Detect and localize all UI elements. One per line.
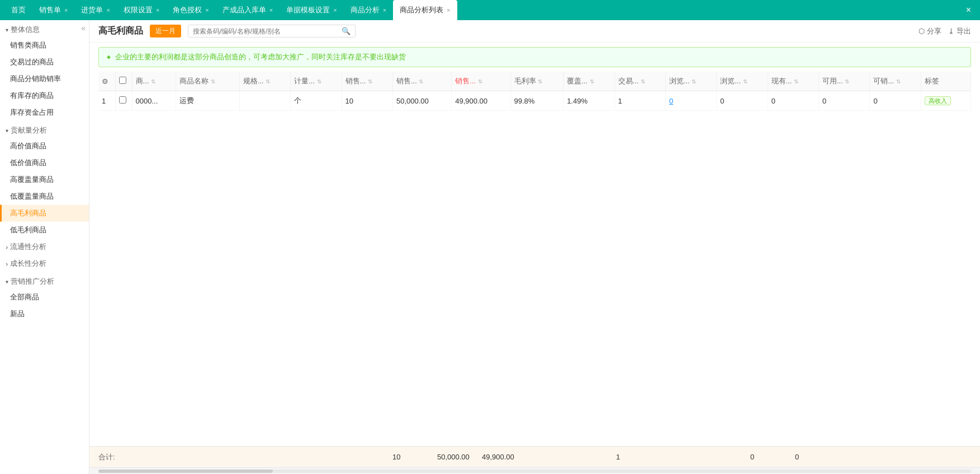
cell-checkbox[interactable] [115, 91, 132, 111]
content-header: 高毛利商品 近一月 🔍 ⬡ 分享 ⤓ 导出 [89, 20, 980, 43]
th-spec[interactable]: 规格... ⇅ [239, 72, 290, 91]
th-available[interactable]: 可用... ⇅ [819, 72, 870, 91]
sidebar-item-traded-products[interactable]: 交易过的商品 [0, 54, 89, 71]
header-actions: ⬡ 分享 ⤓ 导出 [919, 26, 971, 36]
cell-spec [239, 91, 290, 111]
th-checkbox[interactable] [115, 72, 132, 91]
footer-total-row: 合计: 10 50,000.00 49,900.00 1 0 0 [89, 446, 980, 467]
share-icon: ⬡ [919, 27, 925, 35]
cell-current-stock: 0 [768, 91, 818, 111]
sidebar-item-all-products[interactable]: 全部商品 [0, 289, 89, 306]
scrollbar-thumb[interactable] [98, 470, 273, 473]
sidebar-item-in-stock[interactable]: 有库存的商品 [0, 87, 89, 104]
sidebar-item-low-margin[interactable]: 低毛利商品 [0, 222, 89, 238]
close-icon[interactable]: × [333, 7, 337, 13]
close-icon[interactable]: × [156, 7, 159, 13]
sort-icon: ⇅ [538, 78, 542, 85]
close-icon[interactable]: × [383, 7, 386, 13]
sidebar-item-distribution-rate[interactable]: 商品分销助销率 [0, 71, 89, 87]
footer-cell-empty1 [210, 453, 255, 461]
close-icon[interactable]: × [64, 7, 68, 13]
chevron-down-icon: ▾ [6, 279, 8, 285]
th-browse2[interactable]: 浏览... ⇅ [717, 72, 768, 91]
th-saleable[interactable]: 可销... ⇅ [870, 72, 921, 91]
nav-tab-home[interactable]: 首页 [4, 0, 32, 20]
th-unit[interactable]: 计量... ⇅ [291, 72, 342, 91]
cell-tag: 高收入 [921, 91, 970, 111]
footer-cell-sales-amt: 50,000.00 [434, 453, 479, 461]
content-area: 高毛利商品 近一月 🔍 ⬡ 分享 ⤓ 导出 ✦ 企业的主要的利润都是这部分商品创… [89, 20, 980, 474]
nav-tab-purchase[interactable]: 进货单 × [74, 0, 116, 20]
nav-tab-product-analysis[interactable]: 商品分析 × [344, 0, 393, 20]
cell-saleable: 0 [870, 91, 921, 111]
th-coverage[interactable]: 覆盖... ⇅ [564, 72, 614, 91]
th-sales-profit[interactable]: 销售... ⇅ [452, 72, 510, 91]
total-label: 合计: [98, 452, 210, 462]
info-banner: ✦ 企业的主要的利润都是这部分商品创造的，可考虑加大推广，同时关注库存是不要出现… [98, 47, 971, 67]
sidebar-item-low-coverage[interactable]: 低覆盖量商品 [0, 188, 89, 205]
cell-browse2: 0 [717, 91, 768, 111]
row-checkbox[interactable] [119, 96, 126, 104]
nav-tab-role[interactable]: 角色授权 × [166, 0, 215, 20]
th-sales-qty[interactable]: 销售... ⇅ [342, 72, 392, 91]
chevron-down-icon: ▾ [6, 27, 8, 33]
sidebar-item-stock-capital[interactable]: 库存资金占用 [0, 104, 89, 121]
footer-cell-trade: 1 [613, 453, 657, 461]
table-container: ⚙ 商... ⇅ 商品名称 ⇅ 规格... ⇅ 计量... ⇅ 销售... ⇅ … [89, 72, 980, 446]
sort-icon: ⇅ [641, 78, 645, 85]
sort-icon: ⇅ [794, 78, 798, 85]
th-browse1[interactable]: 浏览... ⇅ [665, 72, 716, 91]
footer-cell-empty7 [657, 453, 702, 461]
close-icon[interactable]: × [447, 7, 450, 13]
th-trade[interactable]: 交易... ⇅ [614, 72, 665, 91]
footer-cell-empty6 [568, 453, 613, 461]
th-sales-amt[interactable]: 销售... ⇅ [392, 72, 451, 91]
sidebar-group-liquidity[interactable]: › 流通性分析 [0, 238, 89, 255]
horizontal-scrollbar[interactable] [89, 467, 980, 474]
sidebar-item-sales-products[interactable]: 销售类商品 [0, 37, 89, 54]
close-icon[interactable]: × [269, 7, 273, 13]
nav-tab-product-inbound[interactable]: 产成品入库单 × [216, 0, 280, 20]
sidebar-item-low-value[interactable]: 低价值商品 [0, 154, 89, 171]
export-icon: ⤓ [948, 27, 954, 35]
th-gross-margin[interactable]: 毛利率 ⇅ [510, 72, 564, 91]
th-current-stock[interactable]: 现有... ⇅ [768, 72, 818, 91]
main-layout: « ▾ 整体信息 销售类商品 交易过的商品 商品分销助销率 有库存的商品 库存资… [0, 20, 980, 474]
sidebar-group-overall[interactable]: ▾ 整体信息 [0, 20, 89, 37]
sidebar-group-contribution[interactable]: ▾ 贡献量分析 [0, 121, 89, 138]
search-input[interactable] [193, 27, 338, 35]
nav-tab-product-analysis-list[interactable]: 商品分析列表 × [393, 0, 457, 20]
th-tag[interactable]: 标签 [921, 72, 970, 91]
cell-name: 运费 [176, 91, 239, 111]
th-code[interactable]: 商... ⇅ [132, 72, 176, 91]
filter-period-button[interactable]: 近一月 [150, 25, 181, 37]
search-icon[interactable]: 🔍 [342, 27, 351, 35]
cell-browse1[interactable]: 0 [665, 91, 716, 111]
sidebar-item-new-products[interactable]: 新品 [0, 306, 89, 322]
sort-icon: ⇅ [317, 78, 321, 85]
sidebar-group-marketing[interactable]: ▾ 营销推广分析 [0, 272, 89, 289]
sidebar-item-high-coverage[interactable]: 高覆盖量商品 [0, 171, 89, 188]
table-header-row: ⚙ 商... ⇅ 商品名称 ⇅ 规格... ⇅ 计量... ⇅ 销售... ⇅ … [98, 72, 971, 91]
sidebar-collapse-button[interactable]: « [81, 24, 86, 32]
window-close-button[interactable]: × [962, 5, 976, 15]
cell-gross-margin: 99.8% [510, 91, 564, 111]
nav-tab-permission[interactable]: 权限设置 × [117, 0, 166, 20]
export-button[interactable]: ⤓ 导出 [948, 26, 971, 36]
th-name[interactable]: 商品名称 ⇅ [176, 72, 239, 91]
cell-sales-qty: 10 [342, 91, 392, 111]
nav-tab-sales[interactable]: 销售单 × [32, 0, 74, 20]
nav-tab-template[interactable]: 单据模板设置 × [280, 0, 343, 20]
sidebar-group-growth[interactable]: › 成长性分析 [0, 255, 89, 272]
th-settings[interactable]: ⚙ [98, 72, 115, 91]
close-icon[interactable]: × [106, 7, 110, 13]
cell-code: 0000... [132, 91, 176, 111]
search-box: 🔍 [188, 25, 356, 37]
sort-icon: ⇅ [151, 78, 155, 85]
select-all-checkbox[interactable] [119, 77, 126, 84]
sidebar-item-high-value[interactable]: 高价值商品 [0, 138, 89, 154]
cell-available: 0 [819, 91, 870, 111]
share-button[interactable]: ⬡ 分享 [919, 26, 941, 36]
close-icon[interactable]: × [205, 7, 209, 13]
sidebar-item-high-margin[interactable]: 高毛利商品 [0, 205, 89, 222]
